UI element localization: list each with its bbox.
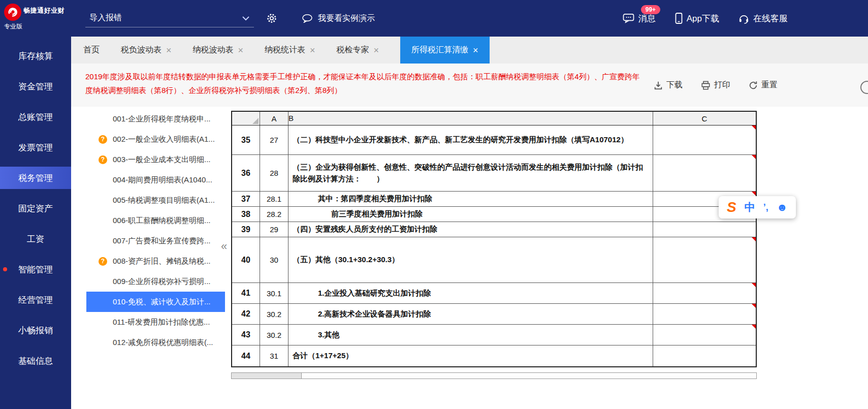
reset-button[interactable]: 重置 [749,80,778,90]
report-list-item-6[interactable]: 006-职工薪酬纳税调整明细... [86,210,225,231]
tab-3[interactable]: 纳税波动表× [193,37,244,64]
cell-c[interactable] [653,237,756,282]
gear-icon[interactable] [266,13,277,24]
cell-a[interactable]: 29 [260,222,288,237]
report-list-item-4[interactable]: 004-期间费用明细表(A1040... [86,170,225,190]
sidebar-item-2[interactable]: 资金管理 [0,71,71,102]
cell-c[interactable] [653,304,756,324]
report-list-item-8[interactable]: ?008-资产折旧、摊销及纳税... [86,251,225,271]
scrollbar-thumb[interactable] [232,373,302,379]
cell-a[interactable]: 31 [260,345,288,366]
cell-b[interactable]: （五）其他（30.1+30.2+30.3） [288,237,653,282]
close-icon[interactable]: × [310,46,315,55]
cell-b[interactable]: 其中：第四季度相关费用加计扣除 [288,192,653,206]
download-button[interactable]: 下载 [654,80,683,90]
cell-b[interactable]: 合计（1+17+25） [288,345,653,366]
cell-b[interactable]: （四）安置残疾人员所支付的工资加计扣除 [288,222,653,237]
sidebar-item-6[interactable]: 固定资产 [0,193,71,224]
sidebar-item-10[interactable]: 小畅报销 [0,315,71,345]
row-number-cell[interactable]: 39 [232,222,260,237]
row-number-cell[interactable]: 37 [232,192,260,206]
close-icon[interactable]: × [473,46,478,55]
tab-4[interactable]: 纳税统计表× [265,37,315,64]
cell-a[interactable]: 30.1 [260,283,288,303]
messages-button[interactable]: 消息 99+ [623,13,656,24]
help-icon[interactable]: ? [99,257,107,266]
row-number-cell[interactable]: 43 [232,325,260,345]
report-list-item-9[interactable]: 009-企业所得税弥补亏损明... [86,271,225,292]
tab-2[interactable]: 税负波动表× [121,37,172,64]
cell-b[interactable]: 2.高新技术企业设备器具加计扣除 [288,304,653,324]
sheet-row-41: 4130.11.企业投入基础研究支出加计扣除 [232,283,756,304]
cell-b[interactable]: 1.企业投入基础研究支出加计扣除 [288,283,653,303]
cell-a[interactable]: 28 [260,155,288,191]
cell-b[interactable]: 前三季度相关费用加计扣除 [288,207,653,222]
row-number-cell[interactable]: 44 [232,345,260,366]
tab-5[interactable]: 税检专家× [337,37,379,64]
ime-logo-icon[interactable]: S [727,199,736,215]
cell-c[interactable] [653,325,756,345]
report-list-item-3[interactable]: ?003-一般企业成本支出明细... [86,149,225,170]
cell-a[interactable]: 30 [260,237,288,282]
import-error-dropdown[interactable]: 导入报错 [85,9,254,27]
demo-link[interactable]: 我要看实例演示 [302,13,375,24]
column-header-A[interactable]: A [260,112,288,125]
cell-b[interactable]: （二）科技型中小企业开发新技术、新产品、新工艺发生的研究开发费用加计扣除（填写A… [288,125,653,154]
app-download-button[interactable]: App下载 [675,13,719,24]
report-list-item-11[interactable]: 011-研发费用加计扣除优惠... [86,312,225,332]
sidebar-item-3[interactable]: 总账管理 [0,102,71,132]
cell-c[interactable] [653,222,756,237]
sidebar-item-9[interactable]: 经营管理 [0,285,71,315]
cell-b[interactable]: （三）企业为获得创新性、创意性、突破性的产品进行创意设计活动而发生的相关费用加计… [288,155,653,191]
cell-c[interactable] [653,155,756,191]
row-number-cell[interactable]: 41 [232,283,260,303]
horizontal-scrollbar[interactable] [231,372,757,379]
partial-icon[interactable] [860,81,868,94]
cell-c[interactable] [653,345,756,366]
cell-a[interactable]: 30.2 [260,325,288,345]
sidebar-item-1[interactable]: 库存核算 [0,41,71,71]
sidebar-item-8[interactable]: 智能管理 [0,254,71,285]
tab-1[interactable]: 首页 [83,37,100,64]
row-number-cell[interactable]: 35 [232,125,260,154]
cell-c[interactable] [653,125,756,154]
sidebar-item-5[interactable]: 税务管理 [0,163,71,193]
print-button[interactable]: 打印 [701,80,730,90]
row-number-cell[interactable]: 42 [232,304,260,324]
cell-b[interactable]: 3.其他 [288,325,653,345]
sidebar-item-11[interactable]: 基础信息 [0,345,71,376]
column-header-C[interactable]: C [653,112,756,125]
support-button[interactable]: 在线客服 [738,13,788,24]
report-list-item-7[interactable]: 007-广告费和业务宣传费跨... [86,231,225,251]
ime-toolbar[interactable]: S 中 ’, ☻ [719,196,796,218]
close-icon[interactable]: × [238,46,244,55]
ime-mode-chinese[interactable]: 中 [745,200,755,214]
sidebar-item-4[interactable]: 发票管理 [0,132,71,163]
row-number-cell[interactable]: 40 [232,237,260,282]
report-list-item-5[interactable]: 005-纳税调整项目明细表(A1... [86,190,225,210]
report-list-item-10[interactable]: 010-免税、减计收入及加计... [86,292,225,312]
sidebar-item-7[interactable]: 工资 [0,224,71,254]
column-header-B[interactable]: B [288,112,653,125]
report-list-item-label: 006-职工薪酬纳税调整明细... [113,216,211,226]
ime-punctuation-icon[interactable]: ’, [763,202,768,213]
cell-a[interactable]: 27 [260,125,288,154]
cell-a[interactable]: 30.2 [260,304,288,324]
cell-c[interactable] [653,283,756,303]
report-list-item-2[interactable]: ?002-一般企业收入明细表(A1... [86,129,225,149]
close-icon[interactable]: × [166,46,172,55]
report-list-item-12[interactable]: 012-减免所得税优惠明细表(... [86,332,225,353]
sheet-row-37: 3728.1其中：第四季度相关费用加计扣除 [232,192,756,207]
close-icon[interactable]: × [374,46,379,55]
row-number-cell[interactable]: 36 [232,155,260,191]
cell-a[interactable]: 28.1 [260,192,288,206]
row-number-cell[interactable]: 38 [232,207,260,222]
cell-a[interactable]: 28.2 [260,207,288,222]
collapse-panel-handle[interactable]: « [221,240,227,253]
sheet-corner-cell[interactable] [232,112,260,125]
help-icon[interactable]: ? [99,135,107,144]
report-list-item-1[interactable]: 001-企业所得税年度纳税申... [86,109,225,129]
ime-emoji-icon[interactable]: ☻ [777,201,788,213]
help-icon[interactable]: ? [99,155,107,164]
tab-6[interactable]: 所得税汇算清缴× [400,37,490,64]
